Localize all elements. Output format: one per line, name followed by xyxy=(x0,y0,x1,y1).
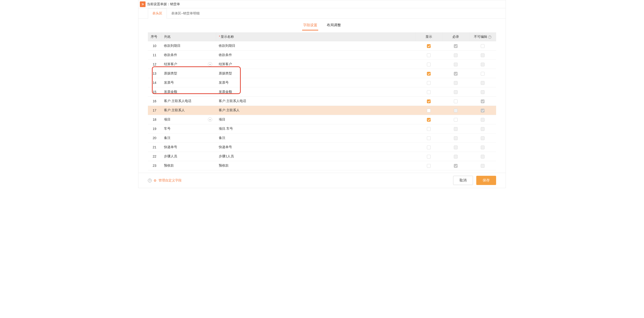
subtabs: 字段设置布局调整 xyxy=(138,19,506,32)
cell-seq: 22 xyxy=(148,152,161,161)
checkbox-show[interactable] xyxy=(427,146,431,149)
cancel-button[interactable]: 取消 xyxy=(453,176,473,185)
table-row: 15发票金额发票金额 xyxy=(148,88,496,97)
cell-name: 步骤人员 xyxy=(161,152,216,161)
checkbox-readonly xyxy=(481,155,484,158)
cell-display-name[interactable]: 项目.车号 xyxy=(216,124,415,134)
help-icon[interactable]: ? xyxy=(488,36,492,39)
table-row: 12结算客户+结算客户 xyxy=(148,60,496,69)
cell-display-name[interactable]: 步骤1人员 xyxy=(216,152,415,161)
th-seq: 序号 xyxy=(148,32,161,41)
cell-name: 票据类型 xyxy=(161,69,216,78)
checkbox-required xyxy=(454,81,458,85)
add-icon[interactable]: + xyxy=(208,62,212,66)
cell-display-name[interactable]: 结算客户 xyxy=(216,60,415,69)
cell-readonly xyxy=(469,88,496,97)
cell-display-name[interactable]: 收款条件 xyxy=(216,50,415,60)
cell-display-name[interactable]: 发票号 xyxy=(216,78,415,88)
cell-display-name[interactable]: 客户.主联系人电话 xyxy=(216,97,415,106)
cell-readonly xyxy=(469,106,496,115)
cell-show xyxy=(415,50,442,60)
checkbox-required xyxy=(454,90,458,94)
checkbox-show[interactable] xyxy=(427,118,431,122)
checkbox-show[interactable] xyxy=(427,109,431,112)
cell-display-name[interactable]: 客户.主联系人 xyxy=(216,106,415,115)
cell-required xyxy=(442,60,469,69)
cell-required xyxy=(442,124,469,134)
cell-show xyxy=(415,41,442,50)
checkbox-show[interactable] xyxy=(427,155,431,158)
cell-name: 备注 xyxy=(161,134,216,143)
table-row: 10收款到期日收款到期日 xyxy=(148,41,496,50)
checkbox-readonly[interactable] xyxy=(481,72,484,76)
table-row: 21快递单号快递单号 xyxy=(148,143,496,152)
checkbox-show[interactable] xyxy=(427,90,431,94)
checkbox-show[interactable] xyxy=(427,127,431,131)
cell-seq: 16 xyxy=(148,97,161,106)
cell-name: 客户.主联系人 xyxy=(161,106,216,115)
cell-seq: 23 xyxy=(148,161,161,170)
table-row: 20备注备注 xyxy=(148,134,496,143)
cell-seq: 14 xyxy=(148,78,161,88)
subtab-0[interactable]: 字段设置 xyxy=(302,22,318,30)
checkbox-required xyxy=(454,44,458,48)
cell-display-name[interactable]: 备注 xyxy=(216,134,415,143)
cell-seq: 18 xyxy=(148,115,161,124)
cell-show xyxy=(415,60,442,69)
save-button[interactable]: 保存 xyxy=(476,176,496,185)
cell-required xyxy=(442,106,469,115)
th-name: 列名 xyxy=(161,32,216,41)
cell-display-name[interactable]: 发票金额 xyxy=(216,88,415,97)
checkbox-readonly xyxy=(481,54,484,57)
cell-display-name[interactable]: 票据类型 xyxy=(216,69,415,78)
cell-seq: 10 xyxy=(148,41,161,50)
manage-custom-fields-link[interactable]: 管理自定义字段 xyxy=(158,178,182,183)
header-bar: 当前设置单据：销货单 xyxy=(138,0,506,8)
cell-name: 结算客户+ xyxy=(161,60,216,69)
tabs: 表头区表体区–销货单明细 xyxy=(138,8,506,19)
cell-display-name[interactable]: 项目 xyxy=(216,115,415,124)
subtab-1[interactable]: 布局调整 xyxy=(326,22,342,30)
cell-readonly xyxy=(469,69,496,78)
checkbox-show[interactable] xyxy=(427,81,431,85)
cell-required xyxy=(442,88,469,97)
checkbox-show[interactable] xyxy=(427,44,431,48)
cell-display-name[interactable]: 预收款 xyxy=(216,161,415,170)
checkbox-required[interactable] xyxy=(454,100,458,103)
cell-show xyxy=(415,97,442,106)
cell-seq: 13 xyxy=(148,69,161,78)
checkbox-required xyxy=(454,136,458,140)
checkbox-show[interactable] xyxy=(427,54,431,57)
expand-sidebar-button[interactable] xyxy=(140,2,146,7)
cell-seq: 12 xyxy=(148,60,161,69)
cell-readonly xyxy=(469,115,496,124)
cell-display-name[interactable]: 收款到期日 xyxy=(216,41,415,50)
cell-display-name[interactable]: 快递单号 xyxy=(216,143,415,152)
checkbox-required xyxy=(454,146,458,149)
cell-name: 发票金额 xyxy=(161,88,216,97)
add-icon[interactable]: + xyxy=(208,118,212,122)
checkbox-show[interactable] xyxy=(427,62,431,66)
field-table: 序号 列名 *显示名称 显示 必录 不可编辑? 10收款到期日收款到期日11收款… xyxy=(148,32,496,170)
footer: ? ⚙ 管理自定义字段 取消 保存 xyxy=(138,173,506,188)
checkbox-readonly[interactable] xyxy=(481,44,484,48)
checkbox-required[interactable] xyxy=(454,118,458,122)
cell-show xyxy=(415,143,442,152)
checkbox-show[interactable] xyxy=(427,136,431,140)
checkbox-readonly xyxy=(481,127,484,131)
checkbox-readonly xyxy=(481,62,484,66)
cell-required xyxy=(442,143,469,152)
checkbox-required xyxy=(454,54,458,57)
th-readonly: 不可编辑? xyxy=(469,32,496,41)
checkbox-show[interactable] xyxy=(427,164,431,168)
cell-show xyxy=(415,161,442,170)
tab-1[interactable]: 表体区–销货单明细 xyxy=(167,8,204,18)
checkbox-show[interactable] xyxy=(427,100,431,103)
checkbox-show[interactable] xyxy=(427,72,431,76)
help-icon[interactable]: ? xyxy=(148,178,152,182)
tab-0[interactable]: 表头区 xyxy=(148,8,167,19)
table-row: 11收款条件收款条件 xyxy=(148,50,496,60)
th-display-name: *显示名称 xyxy=(216,32,415,41)
cell-name: 收款到期日 xyxy=(161,41,216,50)
table-row: 13票据类型票据类型 xyxy=(148,69,496,78)
